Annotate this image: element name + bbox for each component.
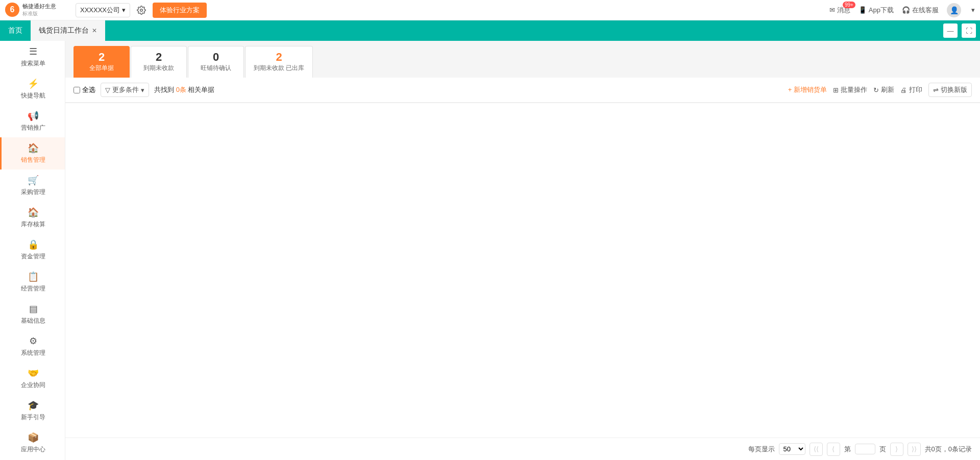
tab-home[interactable]: 首页 xyxy=(0,20,31,41)
logo-badge: 标准版 xyxy=(22,10,56,17)
minimize-button[interactable]: — xyxy=(943,23,958,38)
sidebar-item-nav[interactable]: ⚡ 快捷导航 xyxy=(0,73,65,105)
per-page-select[interactable]: 50 10 20 100 xyxy=(779,443,805,455)
found-count: 0条 xyxy=(176,86,186,93)
select-all-label: 全选 xyxy=(82,85,95,94)
messages-button[interactable]: ✉ 消息 99+ xyxy=(829,6,850,15)
top-header: 6 畅捷通好生意 标准版 XXXXXX公司 ▾ 体验行业方案 ✉ 消息 99+ … xyxy=(0,0,980,20)
sidebar-item-stock[interactable]: 🏠 库存核算 xyxy=(0,202,65,234)
sidebar-label-purchase: 采购管理 xyxy=(21,188,45,197)
print-label: 打印 xyxy=(909,85,922,94)
switch-version-button[interactable]: ⇌ 切换新版 xyxy=(928,83,972,97)
sidebar-label-marketing: 营销推广 xyxy=(21,124,45,132)
sidebar-item-operation[interactable]: 📋 经营管理 xyxy=(0,266,65,298)
marketing-icon: 📢 xyxy=(28,110,39,122)
refresh-icon: ↻ xyxy=(873,86,879,94)
content-area: 2 全部单据 2 到期未收款 0 旺铺待确认 2 到期未收款 已出库 全选 xyxy=(65,41,980,460)
select-all-checkbox[interactable]: 全选 xyxy=(74,85,95,94)
sub-tab-overdue[interactable]: 2 到期未收款 xyxy=(131,46,187,78)
batch-operation-button[interactable]: ⊞ 批量操作 xyxy=(833,85,867,94)
online-service-button[interactable]: 🎧 在线客服 xyxy=(902,6,939,15)
header-right: ✉ 消息 99+ 📱 App下载 🎧 在线客服 👤 ▾ xyxy=(829,3,975,17)
first-page-button[interactable]: ⟨⟨ xyxy=(810,443,823,456)
sub-tab-overdue-label: 到期未收款 xyxy=(143,64,174,72)
search-icon: ☰ xyxy=(29,46,37,57)
main-layout: ☰ 搜索菜单 ⚡ 快捷导航 📢 营销推广 🏠 销售管理 🛒 采购管理 🏠 库存核… xyxy=(0,41,980,460)
sidebar-item-purchase[interactable]: 🛒 采购管理 xyxy=(0,170,65,202)
operation-icon: 📋 xyxy=(28,271,39,282)
logo-icon: 6 xyxy=(5,3,19,17)
switch-icon: ⇌ xyxy=(933,86,939,94)
sales-icon: 🏠 xyxy=(28,142,39,154)
app-download-button[interactable]: 📱 App下载 xyxy=(859,6,894,15)
sidebar: ☰ 搜索菜单 ⚡ 快捷导航 📢 营销推广 🏠 销售管理 🛒 采购管理 🏠 库存核… xyxy=(0,41,65,460)
sub-tab-all-count: 2 xyxy=(99,52,105,63)
sidebar-label-app: 应用中心 xyxy=(21,445,45,454)
page-label: 第 xyxy=(844,445,851,454)
filter-button[interactable]: ▽ 更多条件 ▾ xyxy=(101,83,149,97)
sidebar-label-sales: 销售管理 xyxy=(21,156,45,164)
chevron-down-icon: ▾ xyxy=(141,86,144,94)
found-prefix: 共找到 xyxy=(154,86,174,93)
messages-badge: 99+ xyxy=(843,2,855,8)
finance-icon: 🔒 xyxy=(28,239,39,250)
filter-icon: ▽ xyxy=(105,86,110,94)
sub-tab-all-label: 全部单据 xyxy=(89,64,114,72)
company-name: XXXXXX公司 xyxy=(80,6,120,15)
logo-text: 畅捷通好生意 xyxy=(22,3,56,10)
filter-label: 更多条件 xyxy=(112,85,139,94)
nav-tabs: 首页 钱货日清工作台 ✕ — ⛶ xyxy=(0,20,980,41)
try-industry-button[interactable]: 体验行业方案 xyxy=(153,3,207,18)
sidebar-item-finance[interactable]: 🔒 资金管理 xyxy=(0,234,65,266)
sub-tab-all[interactable]: 2 全部单据 xyxy=(74,46,130,78)
toolbar: 全选 ▽ 更多条件 ▾ 共找到 0条 相关单据 + 新增销货单 ⊞ 批量操作 ↻ xyxy=(65,78,980,103)
sidebar-item-app[interactable]: 📦 应用中心 xyxy=(0,427,65,459)
company-selector[interactable]: XXXXXX公司 ▾ xyxy=(76,3,130,17)
tab-close-icon[interactable]: ✕ xyxy=(92,27,97,34)
avatar[interactable]: 👤 xyxy=(947,3,961,17)
basic-icon: ▤ xyxy=(29,303,38,314)
select-all-input[interactable] xyxy=(74,87,80,93)
tab-workbench[interactable]: 钱货日清工作台 ✕ xyxy=(31,20,105,41)
sidebar-item-system[interactable]: ⚙ 系统管理 xyxy=(0,330,65,362)
sidebar-item-sales[interactable]: 🏠 销售管理 xyxy=(0,137,65,170)
sub-tab-shipped[interactable]: 2 到期未收款 已出库 xyxy=(245,46,313,78)
maximize-button[interactable]: ⛶ xyxy=(962,23,976,38)
add-sales-order-button[interactable]: + 新增销货单 xyxy=(788,85,827,94)
sidebar-item-guide[interactable]: 🎓 新手引导 xyxy=(0,395,65,427)
settings-button[interactable] xyxy=(134,3,149,17)
next-page-button[interactable]: ⟩ xyxy=(890,443,903,456)
sub-tab-wangpu-count: 0 xyxy=(213,52,219,63)
last-page-button[interactable]: ⟩⟩ xyxy=(908,443,921,456)
user-name[interactable]: ▾ xyxy=(969,6,975,14)
sidebar-item-search[interactable]: ☰ 搜索菜单 xyxy=(0,41,65,73)
sidebar-item-basic[interactable]: ▤ 基础信息 xyxy=(0,298,65,330)
sub-tab-shipped-count: 2 xyxy=(276,52,282,63)
sidebar-label-stock: 库存核算 xyxy=(21,220,45,229)
app-center-icon: 📦 xyxy=(28,432,39,443)
page-label2: 页 xyxy=(879,445,886,454)
sub-tab-wangpu-label: 旺铺待确认 xyxy=(201,64,231,72)
found-suffix: 相关单据 xyxy=(188,86,214,93)
refresh-button[interactable]: ↻ 刷新 xyxy=(873,85,894,94)
sidebar-item-marketing[interactable]: 📢 营销推广 xyxy=(0,105,65,137)
online-service-label: 在线客服 xyxy=(912,6,939,15)
print-icon: 🖨 xyxy=(900,86,907,94)
logo-area: 6 畅捷通好生意 标准版 xyxy=(5,3,70,17)
sub-tab-wangpu[interactable]: 0 旺铺待确认 xyxy=(188,46,244,78)
purchase-icon: 🛒 xyxy=(28,175,39,186)
home-tab-label: 首页 xyxy=(8,26,22,35)
sidebar-label-search: 搜索菜单 xyxy=(21,59,45,68)
prev-page-button[interactable]: ⟨ xyxy=(827,443,840,456)
guide-icon: 🎓 xyxy=(28,400,39,411)
per-page-label: 每页显示 xyxy=(748,445,775,454)
cooperate-icon: 🤝 xyxy=(28,368,39,379)
total-label: 共0页，0条记录 xyxy=(925,445,972,454)
batch-icon: ⊞ xyxy=(833,86,839,94)
sidebar-item-cooperate[interactable]: 🤝 企业协同 xyxy=(0,362,65,395)
page-input[interactable]: 1 xyxy=(855,444,875,454)
print-button[interactable]: 🖨 打印 xyxy=(900,85,922,94)
sidebar-label-basic: 基础信息 xyxy=(21,317,45,325)
sub-tab-overdue-count: 2 xyxy=(156,52,162,63)
nav-right-controls: — ⛶ xyxy=(943,20,980,41)
